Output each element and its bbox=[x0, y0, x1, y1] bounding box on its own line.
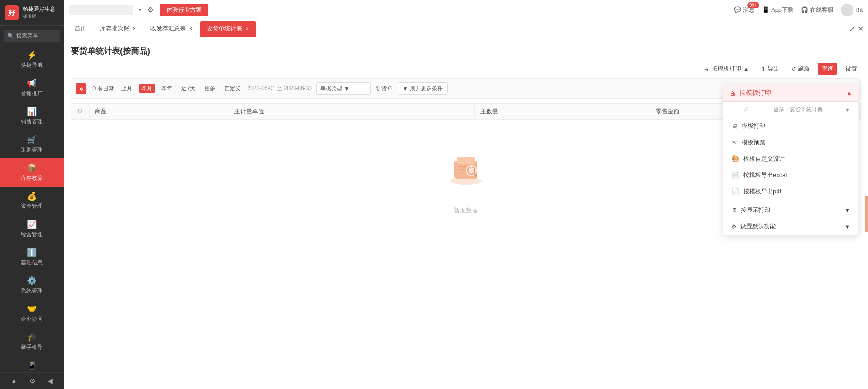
print-dropdown-chevron: ▲ bbox=[846, 90, 852, 96]
type-filter-select[interactable]: 单据类型 ▼ bbox=[316, 82, 371, 95]
sidebar-item-system[interactable]: ⚙️ 系统管理 bbox=[0, 271, 64, 299]
sidebar-settings[interactable]: ⚙ bbox=[30, 377, 35, 384]
sidebar-item-purchase[interactable]: 🛒 采购管理 bbox=[0, 130, 64, 158]
settings-btn[interactable]: 设置 bbox=[842, 63, 861, 75]
tab-receipt-summary-close[interactable]: × bbox=[188, 25, 193, 32]
header-dropdown-btn[interactable]: ▼ bbox=[137, 7, 143, 13]
template-design-item[interactable]: 🎨 模板自定义设计 bbox=[723, 151, 858, 167]
date-btn-this-month[interactable]: 本月 bbox=[139, 84, 155, 93]
toolbar-row: 🖨 按模板打印 ▲ ⬆ 导出 ↺ 刷新 查询 设置 bbox=[71, 63, 861, 75]
default-func-item[interactable]: ⚙ 设置默认功能 ▼ bbox=[723, 218, 858, 235]
template-excel-icon: 📄 bbox=[731, 171, 740, 179]
sidebar-item-operations[interactable]: 📈 经营管理 bbox=[0, 215, 64, 243]
sales-icon: 📊 bbox=[27, 106, 37, 116]
default-func-label: 设置默认功能 bbox=[740, 222, 776, 231]
sidebar-item-marketing[interactable]: 📢 营销推广 bbox=[0, 74, 64, 102]
empty-text: 暂无数据 bbox=[454, 207, 478, 215]
tab-maximize-btn[interactable]: ⤢ bbox=[849, 25, 855, 33]
template-preview-item[interactable]: 👁 模板预览 bbox=[723, 134, 858, 151]
tab-receipt-summary[interactable]: 收发存汇总表 × bbox=[144, 21, 200, 37]
message-badge: 99+ bbox=[747, 2, 759, 8]
app-download-label: App下载 bbox=[771, 6, 793, 14]
date-filter-label: 单据日期 bbox=[91, 85, 115, 93]
sidebar-item-basic[interactable]: ℹ️ 基础信息 bbox=[0, 243, 64, 271]
print-current-text: 当前：要货单统计表 bbox=[773, 106, 823, 114]
sidebar-item-label: 库存核算 bbox=[21, 174, 43, 182]
sidebar-collapse[interactable]: ◀ bbox=[48, 377, 53, 384]
right-scrollbar[interactable] bbox=[865, 196, 868, 232]
sidebar-item-apps[interactable]: 📱 应用中心 bbox=[0, 356, 64, 372]
app-version: 标准版 bbox=[23, 13, 55, 20]
sidebar-item-label: 快捷导航 bbox=[21, 61, 43, 69]
online-service-item[interactable]: 🎧 在线客服 bbox=[801, 6, 833, 14]
search-icon: 🔍 bbox=[7, 33, 14, 39]
header-actions: 💬 消息 99+ 📱 App下载 🎧 在线客服 Rit bbox=[734, 4, 863, 16]
template-pdf-item[interactable]: 📄 按模板导出pdf bbox=[723, 183, 858, 200]
template-excel-item[interactable]: 📄 按模板导出excel bbox=[723, 167, 858, 183]
tabs-right-controls: ⤢ ✕ bbox=[849, 25, 863, 33]
header-search-input[interactable] bbox=[69, 5, 133, 15]
template-print-item[interactable]: 🖨 模板打印 bbox=[723, 118, 858, 134]
refresh-btn[interactable]: ↺ 刷新 bbox=[788, 63, 813, 75]
sidebar-item-sales[interactable]: 📊 销售管理 bbox=[0, 102, 64, 130]
app-download-item[interactable]: 📱 App下载 bbox=[762, 6, 793, 14]
sidebar-item-guide[interactable]: 🎓 新手引导 bbox=[0, 328, 64, 356]
query-btn[interactable]: 查询 bbox=[818, 63, 837, 75]
tab-close-all-btn[interactable]: ✕ bbox=[858, 25, 863, 33]
sidebar-scroll-up[interactable]: ▲ bbox=[11, 377, 17, 384]
sidebar-item-finance[interactable]: 💰 资金管理 bbox=[0, 187, 64, 215]
export-label: 导出 bbox=[768, 65, 779, 73]
template-print-label: 模板打印 bbox=[742, 122, 765, 130]
main-area: ▼ ⚙ 体验行业方案 💬 消息 99+ 📱 App下载 🎧 在线客服 Rit bbox=[64, 0, 868, 389]
tab-inventory-batch[interactable]: 库存批次账 × bbox=[94, 21, 143, 37]
tab-home[interactable]: 首页 bbox=[68, 21, 93, 37]
display-print-item[interactable]: 🖥 按显示打印 ▼ bbox=[723, 202, 858, 218]
dropdown-divider bbox=[723, 201, 858, 201]
username-label: Rit bbox=[855, 6, 863, 13]
sidebar-nav: ⚡ 快捷导航 📢 营销推广 📊 销售管理 🛒 采购管理 📦 库存核算 💰 资金管… bbox=[0, 45, 64, 372]
purchase-icon: 🛒 bbox=[27, 135, 37, 145]
sidebar-item-enterprise[interactable]: 🤝 企业协同 bbox=[0, 299, 64, 328]
tab-order-stats[interactable]: 要货单统计表 × bbox=[200, 21, 256, 37]
date-btn-last-month[interactable]: 上月 bbox=[119, 84, 135, 93]
print-current-label: 📄 当前：要货单统计表 ▼ bbox=[723, 102, 858, 118]
col-quantity: 主数量 bbox=[475, 104, 650, 120]
template-print-icon: 🖨 bbox=[731, 122, 738, 130]
table-settings-icon[interactable]: ⚙ bbox=[77, 107, 83, 115]
display-print-left: 🖥 按显示打印 bbox=[731, 206, 770, 214]
display-print-chevron: ▼ bbox=[844, 207, 850, 214]
empty-icon bbox=[443, 147, 489, 201]
message-item[interactable]: 💬 消息 99+ bbox=[734, 6, 755, 14]
sidebar-item-inventory[interactable]: 📦 库存核算 bbox=[0, 158, 64, 187]
date-btn-7days[interactable]: 近7天 bbox=[179, 84, 198, 93]
template-design-icon: 🎨 bbox=[731, 155, 740, 163]
date-btn-more[interactable]: 更多 bbox=[202, 84, 218, 93]
date-btn-this-year[interactable]: 本年 bbox=[159, 84, 175, 93]
enterprise-icon: 🤝 bbox=[27, 304, 37, 314]
tab-inventory-batch-close[interactable]: × bbox=[132, 25, 137, 32]
page-content: 要货单统计表(按商品) 🖨 按模板打印 ▲ ⬆ 导出 ↺ 刷新 查询 设置 bbox=[64, 38, 868, 389]
trial-button[interactable]: 体验行业方案 bbox=[160, 4, 208, 16]
col-settings[interactable]: ⚙ bbox=[71, 104, 90, 120]
refresh-label: 刷新 bbox=[798, 65, 810, 73]
print-dropdown-header[interactable]: 🖨 按模板打印 ▲ bbox=[723, 84, 858, 102]
expand-more-btn[interactable]: ▼ 展开更多条件 bbox=[398, 82, 448, 95]
header-gear-btn[interactable]: ⚙ bbox=[147, 5, 154, 14]
sidebar-search[interactable]: 🔍 搜索菜单 bbox=[4, 30, 60, 42]
print-dropdown-title-area: 🖨 按模板打印 bbox=[729, 89, 771, 97]
print-template-btn[interactable]: 🖨 按模板打印 ▲ bbox=[700, 63, 753, 75]
sidebar-item-label: 资金管理 bbox=[21, 202, 43, 210]
apps-icon: 📱 bbox=[27, 360, 37, 370]
logo-text-block: 畅捷通好生意 标准版 bbox=[23, 6, 55, 20]
expand-label: 展开更多条件 bbox=[410, 85, 443, 92]
quick-nav-icon: ⚡ bbox=[27, 50, 37, 60]
default-func-icon: ⚙ bbox=[731, 223, 737, 230]
filter-expand-btn[interactable]: » bbox=[76, 83, 86, 94]
export-btn[interactable]: ⬆ 导出 bbox=[757, 63, 783, 75]
default-func-chevron: ▼ bbox=[844, 223, 850, 230]
user-avatar[interactable]: Rit bbox=[841, 4, 863, 16]
date-btn-custom[interactable]: 自定义 bbox=[222, 84, 243, 93]
sidebar-item-quick-nav[interactable]: ⚡ 快捷导航 bbox=[0, 45, 64, 74]
tab-order-stats-close[interactable]: × bbox=[244, 25, 249, 32]
sidebar-item-label: 系统管理 bbox=[21, 287, 43, 295]
